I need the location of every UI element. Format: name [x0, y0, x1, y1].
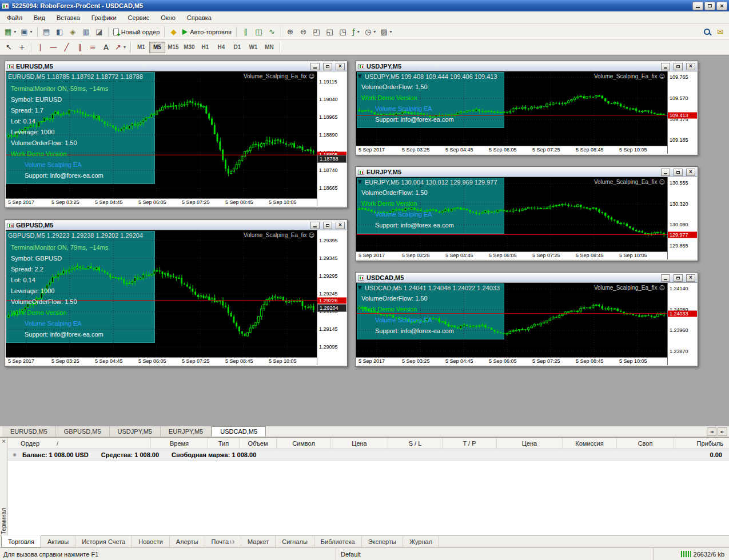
chart-window-titlebar[interactable]: USDCAD,M5 × [356, 273, 697, 283]
search-button[interactable] [700, 26, 714, 38]
terminal-tab-journal[interactable]: Журнал [403, 536, 439, 547]
bar-chart-button[interactable]: ‖ [239, 26, 252, 38]
chart-minimize-button[interactable] [661, 274, 670, 282]
menu-view[interactable]: Вид [28, 13, 51, 23]
minimize-button[interactable] [692, 2, 703, 10]
close-button[interactable]: × [716, 2, 727, 10]
timeframe-d1-button[interactable]: D1 [229, 42, 245, 53]
data-window-button[interactable]: ◧ [53, 26, 66, 38]
chart-plot-area[interactable]: VolumeOrderFlow: 1.50Work Demo VersionVo… [356, 71, 667, 146]
equidistant-channel-button[interactable]: ∥ [73, 41, 86, 54]
chart-window-titlebar[interactable]: USDJPY,M5 × [356, 62, 697, 71]
cursor-button[interactable]: ↖ [2, 41, 15, 54]
vertical-line-button[interactable]: | [34, 41, 47, 54]
status-profile[interactable]: Default [336, 548, 654, 560]
chat-button[interactable]: ✉ [714, 26, 727, 38]
crosshair-button[interactable]: + [15, 41, 29, 54]
terminal-tab-signals[interactable]: Сигналы [276, 536, 314, 547]
autotrading-button[interactable]: Авто-торговля [180, 26, 234, 38]
terminal-tab-alerts[interactable]: Алерты [170, 536, 205, 547]
fibonacci-button[interactable]: ≡ [86, 41, 99, 54]
text-label-button[interactable]: A [99, 41, 113, 54]
timeframe-h4-button[interactable]: H4 [213, 42, 229, 53]
trendline-button[interactable]: ╱ [60, 41, 73, 54]
chart-restore-button[interactable] [323, 222, 332, 229]
terminal-tab-assets[interactable]: Активы [41, 536, 75, 547]
chart-tab-usdcad[interactable]: USDCAD,M5 [212, 426, 266, 437]
menu-file[interactable]: Файл [1, 13, 28, 23]
menu-charts[interactable]: Графики [86, 13, 122, 23]
chart-restore-button[interactable] [323, 63, 332, 70]
terminal-tab-trade[interactable]: Торговля [1, 535, 41, 547]
timeframe-mn-button[interactable]: MN [261, 42, 277, 53]
chart-window-titlebar[interactable]: GBPUSD,M5 × [6, 221, 346, 230]
chart-restore-button[interactable] [674, 63, 683, 70]
profiles-button[interactable]: ▣▾ [18, 26, 34, 38]
timeframe-m5-button[interactable]: M5 [149, 42, 165, 53]
new-order-button[interactable]: Новый ордер [111, 26, 162, 38]
tile-windows-button[interactable]: ◰ [310, 26, 323, 38]
chart-close-button[interactable]: × [336, 222, 345, 229]
periods-button[interactable]: ◷▾ [362, 26, 378, 38]
chart-plot-area[interactable]: TerminalMonitor ON, 59ms, ~14msSymbol: E… [6, 71, 317, 198]
terminal-close-button[interactable]: × [2, 438, 5, 445]
indicators-button[interactable]: ƒ▾ [349, 26, 362, 38]
terminal-tab-account-history[interactable]: История Счета [75, 536, 132, 547]
timeframe-m1-button[interactable]: M1 [133, 42, 149, 53]
chart-minimize-button[interactable] [310, 63, 320, 70]
templates-button[interactable]: ▨▾ [378, 26, 394, 38]
tab-scroll-right-button[interactable]: ► [718, 427, 727, 436]
chart-tab-eurusd[interactable]: EURUSD,M5 [2, 426, 56, 437]
menu-help[interactable]: Справка [181, 13, 217, 23]
chart-plot-area[interactable]: VolumeOrderFlow: 1.50Work Demo VersionVo… [356, 283, 667, 357]
terminal-tab-news[interactable]: Новости [132, 536, 170, 547]
timeframe-m15-button[interactable]: M15 [165, 42, 181, 53]
chart-tab-gbpusd[interactable]: GBPUSD,M5 [56, 426, 110, 437]
zoom-in-button[interactable]: ⊕ [284, 26, 297, 38]
tab-scroll-left-button[interactable]: ◄ [707, 427, 716, 436]
chart-minimize-button[interactable] [661, 169, 670, 176]
tile-vertical-button[interactable]: ◱ [323, 26, 336, 38]
terminal-button[interactable]: ▥ [79, 26, 93, 38]
menu-insert[interactable]: Вставка [51, 13, 86, 23]
chart-window-usdjpy[interactable]: USDJPY,M5 × VolumeOrderFlow: 1.50Work De… [355, 61, 698, 155]
chart-window-eurjpy[interactable]: EURJPY,M5 × VolumeOrderFlow: 1.50Work De… [355, 166, 698, 261]
titlebar[interactable]: 5225094: RoboForex-ProCent - USDCAD,M5 × [0, 0, 729, 11]
candlestick-chart-button[interactable]: ◫ [252, 26, 265, 38]
timeframe-w1-button[interactable]: W1 [245, 42, 261, 53]
terminal-tab-experts[interactable]: Эксперты [362, 536, 403, 547]
chart-close-button[interactable]: × [686, 63, 695, 70]
new-chart-button[interactable]: ▦▾ [2, 26, 18, 38]
chart-window-titlebar[interactable]: EURUSD,M5 × [6, 62, 346, 71]
terminal-tab-mailbox[interactable]: Почта13 [205, 536, 241, 547]
balance-row[interactable]: ◉ Баланс: 1 008.00 USD Средства: 1 008.0… [8, 449, 729, 461]
chart-tab-eurjpy[interactable]: EURJPY,M5 [161, 426, 212, 437]
market-watch-button[interactable]: ▤ [40, 26, 53, 38]
line-chart-button[interactable]: ∿ [265, 26, 278, 38]
chart-close-button[interactable]: × [686, 274, 695, 282]
chart-restore-button[interactable] [674, 274, 683, 282]
menu-window[interactable]: Окно [155, 13, 181, 23]
chart-close-button[interactable]: × [686, 169, 695, 176]
horizontal-line-button[interactable]: — [47, 41, 60, 54]
chart-minimize-button[interactable] [310, 222, 320, 229]
strategy-tester-button[interactable]: ◪ [93, 26, 106, 38]
chart-close-button[interactable]: × [336, 63, 345, 70]
chart-window-usdcad[interactable]: USDCAD,M5 × VolumeOrderFlow: 1.50Work De… [355, 272, 698, 367]
navigator-button[interactable]: ◈ [66, 26, 79, 38]
chart-minimize-button[interactable] [661, 63, 670, 70]
terminal-tab-library[interactable]: Библиотека [314, 536, 362, 547]
terminal-tab-market[interactable]: Маркет [241, 536, 276, 547]
chart-window-eurusd[interactable]: EURUSD,M5 × TerminalMonitor ON, 59ms, ~1… [5, 61, 348, 208]
timeframe-m30-button[interactable]: M30 [181, 42, 197, 53]
chart-restore-button[interactable] [674, 169, 683, 176]
arrows-button[interactable]: ↗▾ [113, 41, 128, 54]
chart-plot-area[interactable]: VolumeOrderFlow: 1.50Work Demo VersionVo… [356, 177, 667, 251]
timeframe-h1-button[interactable]: H1 [197, 42, 213, 53]
metaeditor-button[interactable]: ◆ [167, 26, 180, 38]
cascade-windows-button[interactable]: ◳ [336, 26, 349, 38]
chart-plot-area[interactable]: TerminalMonitor ON, 79ms, ~14msSymbol: G… [6, 230, 317, 357]
menu-tools[interactable]: Сервис [122, 13, 156, 23]
chart-window-titlebar[interactable]: EURJPY,M5 × [356, 167, 697, 177]
restore-button[interactable] [704, 2, 715, 10]
